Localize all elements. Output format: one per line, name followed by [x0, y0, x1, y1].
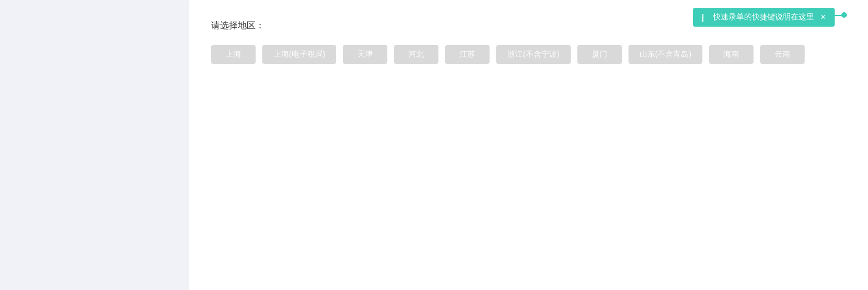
tooltip-connector-dot	[841, 12, 847, 18]
tooltip-text: 快速录单的快捷键说明在这里	[713, 12, 814, 22]
region-btn-shandong[interactable]: 山东(不含青岛)	[628, 45, 702, 64]
left-sidebar	[0, 0, 189, 290]
region-btn-shanghai-e-tax[interactable]: 上海(电子税局)	[262, 45, 336, 64]
region-btn-hebei[interactable]: 河北	[394, 45, 438, 64]
region-btn-hainan[interactable]: 海南	[709, 45, 754, 64]
tooltip-banner: 快速录单的快捷键说明在这里 ×	[693, 8, 835, 27]
region-buttons: 上海上海(电子税局)天津河北江苏浙江(不含宁波)厦门山东(不含青岛)海南云南	[211, 45, 846, 64]
tooltip-close-button[interactable]: ×	[821, 13, 826, 22]
region-btn-zhejiang[interactable]: 浙江(不含宁波)	[496, 45, 570, 64]
region-btn-yunnan[interactable]: 云南	[760, 45, 805, 64]
region-btn-shanghai[interactable]: 上海	[211, 45, 256, 64]
region-btn-xiamen[interactable]: 厦门	[577, 45, 622, 64]
main-content: 请选择地区： 上海上海(电子税局)天津河北江苏浙江(不含宁波)厦门山东(不含青岛…	[189, 0, 868, 290]
region-btn-jiangsu[interactable]: 江苏	[445, 45, 490, 64]
region-btn-tianjin[interactable]: 天津	[343, 45, 387, 64]
